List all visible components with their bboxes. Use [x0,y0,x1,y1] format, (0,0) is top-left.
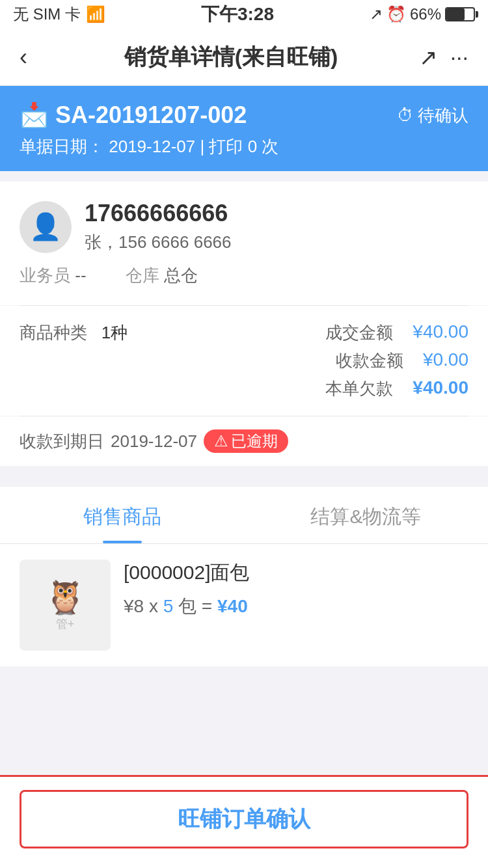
product-detail: [0000002]面包 ¥8 x 5 包 = ¥40 [124,560,468,619]
status-right: ↗ ⏰ 66% [370,5,475,23]
product-section: 🦉 管+ [0000002]面包 ¥8 x 5 包 = ¥40 [0,544,488,666]
nav-actions: ↗︎ ··· [403,44,468,70]
order-status: ⏱ 待确认 [397,104,468,127]
tab-products[interactable]: 销售商品 [0,487,244,543]
more-icon[interactable]: ··· [450,44,468,70]
warning-icon: ⚠ [214,432,228,450]
status-time: 下午3:28 [201,2,274,27]
wifi-icon: 📶 [86,5,105,23]
battery-percent: 66% [410,5,441,23]
customer-meta: 业务员 -- 仓库 总仓 [20,264,468,287]
customer-name: 张，156 6666 6666 [85,231,468,254]
tab-settlement[interactable]: 结算&物流等 [244,487,488,543]
status-left: 无 SIM 卡 📶 [13,4,105,25]
product-thumb-icon: 🦉 [45,578,85,616]
owed-row: 本单欠款 ¥40.00 [325,377,468,400]
customer-info: 17666666666 张，156 6666 6666 [85,200,468,254]
order-banner: 📩 SA-20191207-002 ⏱ 待确认 单据日期： 2019-12-07… [0,86,488,171]
back-button[interactable]: ‹ [20,44,59,71]
confirm-order-button[interactable]: 旺铺订单确认 [20,790,468,848]
customer-phone: 17666666666 [85,200,468,227]
amount-summary: 成交金额 ¥40.00 收款金额 ¥0.00 本单欠款 ¥40.00 [325,321,468,400]
customer-section: 👤 17666666666 张，156 6666 6666 业务员 -- 仓库 … [0,182,488,305]
share-icon[interactable]: ↗︎ [419,44,437,70]
order-date: 单据日期： 2019-12-07 | 打印 0 次 [20,135,468,158]
order-icon: 📩 [20,102,49,129]
clock-icon: ⏱ [397,105,414,126]
product-price: ¥8 x 5 包 = ¥40 [124,594,468,619]
confirm-button-wrap: 旺铺订单确认 [0,775,488,868]
avatar: 👤 [20,201,72,253]
order-id: 📩 SA-20191207-002 [20,102,247,129]
product-thumbnail: 🦉 管+ [20,560,111,651]
location-icon: ↗ [370,5,383,23]
warehouse-field: 仓库 总仓 [126,264,198,287]
battery-icon [445,7,475,21]
deal-amount-row: 成交金额 ¥40.00 [325,321,468,344]
received-row: 收款金额 ¥0.00 [336,349,468,372]
product-name: [0000002]面包 [124,560,468,586]
product-item: 🦉 管+ [0000002]面包 ¥8 x 5 包 = ¥40 [20,560,468,651]
tabs-row: 销售商品 结算&物流等 [0,487,488,543]
tabs-section: 销售商品 结算&物流等 [0,487,488,544]
page-title: 销货单详情(来自旺铺) [59,42,403,72]
status-bar: 无 SIM 卡 📶 下午3:28 ↗ ⏰ 66% [0,0,488,29]
nav-bar: ‹ 销货单详情(来自旺铺) ↗︎ ··· [0,29,488,86]
overdue-badge: ⚠ 已逾期 [204,429,288,453]
due-date-section: 收款到期日 2019-12-07 ⚠ 已逾期 [0,416,488,466]
section-divider-3 [0,466,488,476]
carrier-text: 无 SIM 卡 [13,4,81,25]
alarm-icon: ⏰ [386,5,406,23]
summary-section: 商品种类 1种 成交金额 ¥40.00 收款金额 ¥0.00 本单欠款 ¥40.… [0,306,488,416]
product-type-label: 商品种类 1种 [20,321,128,344]
salesperson-field: 业务员 -- [20,264,87,287]
brand-label: 管+ [56,616,75,632]
